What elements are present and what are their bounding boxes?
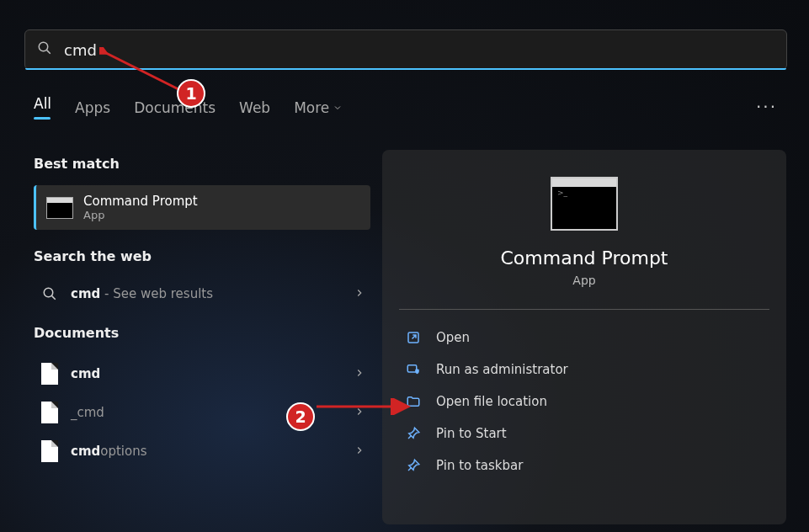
- tab-web[interactable]: Web: [239, 99, 270, 125]
- command-prompt-icon: [551, 177, 618, 231]
- svg-line-7: [408, 467, 412, 471]
- best-match-result[interactable]: Command Prompt App: [34, 185, 370, 230]
- annotation-arrow: [313, 398, 414, 415]
- svg-point-2: [44, 288, 53, 297]
- document-name: cmdoptions: [71, 444, 147, 459]
- tab-apps[interactable]: Apps: [75, 99, 110, 125]
- document-icon: [39, 363, 61, 385]
- action-label: Run as administrator: [436, 362, 568, 377]
- web-header: Search the web: [34, 248, 370, 264]
- pin-icon: [406, 458, 421, 473]
- svg-line-6: [408, 435, 412, 439]
- svg-rect-5: [407, 365, 417, 372]
- tab-documents[interactable]: Documents: [134, 99, 216, 125]
- chevron-right-icon: [354, 366, 365, 382]
- svg-point-0: [39, 42, 48, 51]
- annotation-badge-1: 1: [177, 79, 205, 108]
- results-column: Best match Command Prompt App Search the…: [34, 156, 370, 471]
- web-result-text: cmd - See web results: [71, 286, 213, 301]
- action-label: Open file location: [436, 394, 547, 409]
- tab-more[interactable]: More: [294, 99, 343, 125]
- admin-shield-icon: [406, 362, 421, 377]
- document-result[interactable]: cmd: [34, 354, 370, 393]
- preview-title: Command Prompt: [399, 247, 769, 269]
- svg-line-3: [52, 296, 56, 300]
- svg-line-8: [104, 52, 182, 91]
- pin-icon: [406, 426, 421, 441]
- document-icon: [39, 402, 61, 423]
- action-pin-to-taskbar[interactable]: Pin to taskbar: [399, 450, 769, 481]
- action-label: Pin to Start: [436, 426, 507, 441]
- action-run-as-administrator[interactable]: Run as administrator: [399, 354, 769, 386]
- best-match-title: Command Prompt: [83, 194, 198, 209]
- best-match-header: Best match: [34, 156, 370, 172]
- document-name: cmd: [71, 366, 100, 381]
- chevron-down-icon: [333, 103, 343, 113]
- search-icon: [37, 40, 52, 59]
- action-open[interactable]: Open: [399, 322, 769, 354]
- command-prompt-icon: [46, 197, 73, 219]
- overflow-menu-button[interactable]: ···: [756, 97, 777, 117]
- chevron-right-icon: [354, 444, 365, 460]
- action-label: Open: [436, 330, 470, 345]
- open-icon: [406, 330, 421, 345]
- document-result[interactable]: cmdoptions: [34, 432, 370, 471]
- documents-header: Documents: [34, 325, 370, 341]
- action-open-file-location[interactable]: Open file location: [399, 386, 769, 418]
- document-name: _cmd: [71, 405, 104, 420]
- document-icon: [39, 440, 61, 462]
- search-icon: [39, 286, 61, 301]
- tab-all[interactable]: All: [34, 95, 51, 128]
- annotation-badge-2: 2: [286, 402, 315, 431]
- svg-line-1: [47, 51, 51, 54]
- divider: [399, 309, 769, 310]
- action-label: Pin to taskbar: [436, 458, 523, 473]
- preview-subtitle: App: [399, 274, 769, 287]
- web-result[interactable]: cmd - See web results: [34, 278, 370, 310]
- action-pin-to-start[interactable]: Pin to Start: [399, 418, 769, 450]
- chevron-right-icon: [354, 286, 365, 302]
- best-match-subtitle: App: [83, 209, 198, 221]
- preview-panel: Command Prompt App Open Run as administr…: [382, 150, 786, 524]
